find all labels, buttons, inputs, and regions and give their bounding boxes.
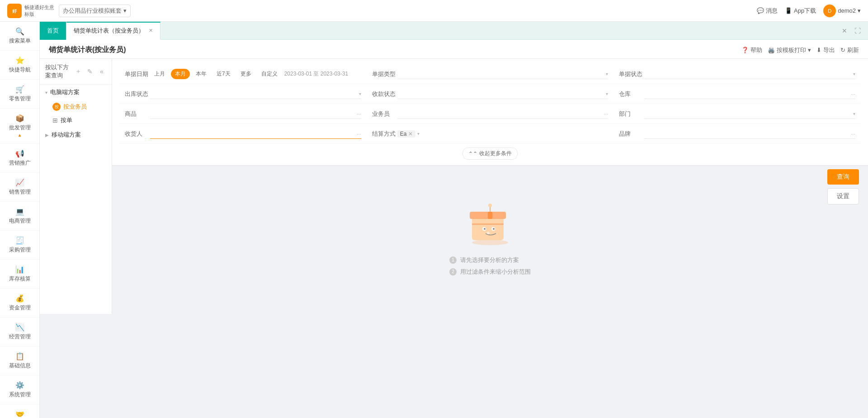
maximize-icon[interactable]: ⛶	[854, 27, 861, 34]
report-tab-label: 销货单统计表（按业务员）	[74, 27, 144, 35]
outstatus-input[interactable]	[150, 89, 361, 99]
content-body: 按以下方案查询 ＋ ✎ « ▾ 电脑端方案	[40, 59, 868, 314]
sidebar-item-finance[interactable]: 💰 资金管理	[0, 289, 39, 318]
sidebar-item-purchase[interactable]: 🧾 采购管理	[0, 231, 39, 260]
date-last-7-days[interactable]: 近7天	[212, 69, 235, 79]
sidebar-item-corp[interactable]: 🤝 企业协同	[0, 404, 39, 418]
close-window-icon[interactable]: ✕	[842, 27, 847, 34]
megaphone-icon: 📢	[2, 149, 38, 158]
docstatus-label: 单据状态	[619, 70, 644, 78]
salesman-dots-icon[interactable]: ···	[604, 111, 608, 117]
salesman-input[interactable]	[397, 109, 609, 119]
receiver-input[interactable]	[150, 129, 361, 139]
settle-tag-remove[interactable]: ✕	[408, 131, 413, 137]
warehouse-input[interactable]	[644, 89, 855, 99]
tree-by-salesman[interactable]: 按 按业务员	[40, 100, 112, 114]
sidebar-item-retail[interactable]: 🛒 零售管理	[0, 80, 39, 109]
sidebar-item-operation[interactable]: 📉 经营管理	[0, 318, 39, 347]
receiver-dots-icon[interactable]: ···	[357, 131, 361, 137]
sidebar-item-inventory[interactable]: 📊 库存核算	[0, 260, 39, 289]
message-btn[interactable]: 💬 消息	[757, 7, 778, 15]
print-label: 按模板打印	[777, 46, 806, 54]
tree-desktop-label: 电脑端方案	[50, 88, 80, 96]
doctype-label: 单据类型	[372, 70, 397, 78]
sidebar-item-sales[interactable]: 📈 销售管理	[0, 173, 39, 202]
doctype-input-area: ▾	[397, 69, 609, 79]
docstatus-chevron-icon[interactable]: ▾	[853, 71, 855, 76]
export-btn[interactable]: ⬇ 导出	[816, 46, 835, 54]
doctype-input[interactable]	[397, 69, 609, 79]
sidebar-item-marketing[interactable]: 📢 营销推广	[0, 144, 39, 173]
sidebar-item-search[interactable]: 🔍 搜索菜单	[0, 22, 39, 51]
setting-button[interactable]: 设置	[827, 188, 859, 204]
refresh-btn[interactable]: ↻ 刷新	[840, 46, 859, 54]
svg-text:好: 好	[12, 9, 17, 14]
dept-input[interactable]	[644, 109, 855, 119]
main-area: 首页 销货单统计表（按业务员） ✕ ✕ ⛶ 销货单统计表(按业务员) ❓ 帮助	[40, 22, 868, 418]
left-panel-icons: ＋ ✎ «	[74, 67, 106, 76]
message-label: 消息	[766, 7, 778, 15]
receiver-label: 收货人	[125, 130, 150, 138]
tab-report[interactable]: 销货单统计表（按业务员） ✕	[66, 22, 160, 40]
doctype-chevron-icon[interactable]: ▾	[606, 71, 608, 76]
company-selector[interactable]: 办公用品行业模拟账套 ▾	[59, 5, 131, 17]
sidebar-item-system[interactable]: ⚙️ 系统管理	[0, 375, 39, 404]
filter-salesman-cell: 业务员 ···	[367, 104, 614, 124]
date-last-month[interactable]: 上月	[150, 69, 169, 79]
filter-receiptstatus-cell: 收款状态 ▾	[367, 84, 614, 104]
tree-by-order[interactable]: ⊞ 按单	[40, 114, 112, 127]
tree-mobile-label: 移动端方案	[52, 131, 81, 139]
goods-dots-icon[interactable]: ···	[357, 111, 361, 117]
settle-chevron-icon[interactable]: ▾	[417, 131, 420, 136]
date-more[interactable]: 更多	[236, 69, 255, 79]
print-btn[interactable]: 🖨️ 按模板打印 ▾	[768, 46, 811, 54]
chart-icon: 📈	[2, 178, 38, 187]
collapse-filter-btn[interactable]: ⌃⌃ 收起更多条件	[462, 147, 518, 160]
filter-section: 单据日期 上月 本月 本年 近7天 更多 自定义	[112, 59, 868, 166]
docstatus-input[interactable]	[644, 69, 855, 79]
query-buttons: 查询 设置	[827, 169, 859, 204]
sidebar-item-label: 电商管理	[2, 217, 38, 225]
collapse-icon: ⌃⌃	[468, 151, 477, 157]
tab-home[interactable]: 首页	[40, 22, 66, 40]
app-download-btn[interactable]: 📱 App下载	[785, 7, 816, 15]
warehouse-dots-icon[interactable]: ···	[851, 91, 855, 97]
refresh-label: 刷新	[847, 46, 859, 54]
date-input-area: 上月 本月 本年 近7天 更多 自定义 2023-03-01 至 2023-03…	[150, 69, 361, 79]
box-icon: 📦	[2, 114, 38, 123]
edit-scheme-btn[interactable]: ✎	[85, 67, 94, 76]
sidebar-item-label: 零售管理	[2, 95, 38, 103]
user-menu-btn[interactable]: D demo2 ▾	[823, 5, 861, 17]
inventory-icon: 📊	[2, 265, 38, 274]
outstatus-chevron-icon[interactable]: ▾	[359, 91, 361, 96]
sidebar-item-quicknav[interactable]: ⭐ 快捷导航	[0, 51, 39, 80]
date-this-month[interactable]: 本月	[171, 69, 190, 79]
query-button[interactable]: 查询	[827, 169, 859, 185]
home-label: 首页	[47, 27, 59, 35]
collapse-row: ⌃⌃ 收起更多条件	[119, 147, 861, 160]
content: 销货单统计表(按业务员) ❓ 帮助 🖨️ 按模板打印 ▾ ⬇ 导出	[40, 40, 868, 418]
sidebar-item-basic[interactable]: 📋 基础信息	[0, 347, 39, 375]
receiptstatus-input[interactable]	[397, 89, 609, 99]
gear-icon: ⚙️	[2, 381, 38, 390]
add-scheme-btn[interactable]: ＋	[74, 67, 83, 76]
help-btn[interactable]: ❓ 帮助	[741, 46, 762, 54]
tree-mobile-schemes[interactable]: ▶ 移动端方案	[40, 127, 112, 142]
tree-desktop-schemes[interactable]: ▾ 电脑端方案	[40, 85, 112, 100]
dept-chevron-icon[interactable]: ▾	[853, 111, 855, 116]
order-scheme-icon: ⊞	[52, 117, 58, 124]
date-this-year[interactable]: 本年	[192, 69, 211, 79]
close-tab-icon[interactable]: ✕	[149, 28, 153, 33]
collapse-panel-btn[interactable]: «	[97, 67, 106, 76]
receiptstatus-chevron-icon[interactable]: ▾	[606, 91, 608, 96]
filter-row-3: 商品 ··· 业务员 ···	[119, 104, 861, 124]
brand-input[interactable]	[644, 129, 855, 139]
goods-input[interactable]	[150, 109, 361, 119]
left-panel-header: 按以下方案查询 ＋ ✎ «	[40, 59, 112, 85]
date-custom[interactable]: 自定义	[257, 69, 282, 79]
logo-text: 畅捷通好生意 标版	[24, 4, 54, 17]
sidebar-item-wholesale[interactable]: 📦 批发管理 ▲	[0, 109, 39, 144]
tree-root: ▾ 电脑端方案 按 按业务员 ⊞ 按单 ▶ 移动	[40, 85, 112, 142]
brand-dots-icon[interactable]: ···	[851, 131, 855, 137]
sidebar-item-ecom[interactable]: 💻 电商管理	[0, 202, 39, 231]
